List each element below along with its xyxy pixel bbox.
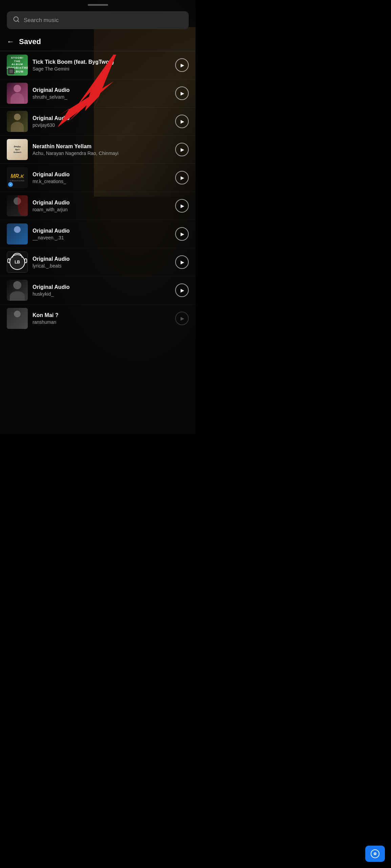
- track-title: Original Audio: [33, 256, 170, 262]
- list-item[interactable]: நிறைத்தநேரம்யெல்லாம் Nerathin Neram Yell…: [0, 136, 196, 164]
- list-item[interactable]: LB Original Audio lyrical._.beats ▶: [0, 248, 196, 276]
- list-item[interactable]: Original Audio huskykid_ ▶: [0, 276, 196, 304]
- track-artist: __naveen._.31: [33, 235, 170, 240]
- search-placeholder-text: Search music: [24, 17, 59, 24]
- page-title: Saved: [19, 37, 41, 46]
- play-button[interactable]: ▶: [175, 199, 189, 213]
- track-info: Original Audio roam_with_arjun: [33, 200, 170, 212]
- track-thumbnail: நிறைத்தநேரம்யெல்லாம்: [7, 139, 28, 160]
- track-title: Original Audio: [33, 115, 170, 121]
- track-info: Kon Mai ? ranshuman: [33, 312, 170, 325]
- play-button[interactable]: ▶: [175, 227, 189, 241]
- play-icon: ▶: [181, 175, 184, 180]
- play-icon: ▶: [181, 203, 184, 209]
- play-button[interactable]: ▶: [175, 115, 189, 128]
- play-button[interactable]: ▶: [175, 312, 189, 325]
- list-item[interactable]: MR.K CREATIONS ✓ Original Audio mr.k_cre…: [0, 164, 196, 192]
- track-thumbnail: [7, 308, 28, 329]
- play-button[interactable]: ▶: [175, 255, 189, 269]
- play-button[interactable]: ▶: [175, 171, 189, 184]
- track-info: Original Audio shruthi_selvam_: [33, 87, 170, 100]
- play-icon: ▶: [181, 62, 184, 68]
- track-thumbnail: [7, 280, 28, 301]
- play-icon: ▶: [181, 316, 184, 321]
- track-thumbnail: MR.K CREATIONS ✓: [7, 167, 28, 188]
- drag-handle-bar: [88, 4, 108, 6]
- track-info: Original Audio pcvijay630: [33, 115, 170, 128]
- track-artist: shruthi_selvam_: [33, 94, 170, 100]
- track-info: Original Audio lyrical._.beats: [33, 256, 170, 269]
- drag-handle[interactable]: [0, 0, 196, 8]
- track-thumbnail: [7, 195, 28, 216]
- play-icon: ▶: [181, 231, 184, 237]
- track-title: Nerathin Neram Yellam: [33, 143, 170, 150]
- track-artist: pcvijay630: [33, 122, 170, 128]
- list-item[interactable]: Original Audio shruthi_selvam_ ▶: [0, 79, 196, 107]
- music-list: STOOB!THE ALBUM Tick Tick Boom (feat. By…: [0, 51, 196, 332]
- track-artist: roam_with_arjun: [33, 207, 170, 212]
- main-content: Search music ← Saved: [0, 0, 196, 332]
- svg-line-1: [18, 21, 19, 22]
- play-icon: ▶: [181, 119, 184, 124]
- list-item[interactable]: Original Audio pcvijay630 ▶: [0, 107, 196, 136]
- track-thumbnail: STOOB!THE ALBUM: [7, 55, 28, 76]
- track-title: Original Audio: [33, 172, 170, 178]
- track-title: Original Audio: [33, 200, 170, 206]
- saved-header: ← Saved: [0, 35, 196, 51]
- track-info: Original Audio mr.k_creations_: [33, 172, 170, 184]
- track-info: Nerathin Neram Yellam Achu, Narayan Nage…: [33, 143, 170, 156]
- track-artist: Sage The Gemini: [33, 66, 170, 72]
- track-thumbnail: LB: [7, 252, 28, 273]
- track-info: Original Audio huskykid_: [33, 284, 170, 297]
- track-artist: Achu, Narayan Nagendra Rao, Chinmayi: [33, 151, 170, 156]
- search-container: Search music: [0, 8, 196, 35]
- search-bar[interactable]: Search music: [7, 11, 189, 29]
- search-icon: [13, 16, 20, 24]
- track-title: Kon Mai ?: [33, 312, 170, 318]
- track-title: Original Audio: [33, 228, 170, 234]
- play-icon: ▶: [181, 288, 184, 293]
- list-item[interactable]: Original Audio __naveen._.31 ▶: [0, 220, 196, 248]
- play-icon: ▶: [181, 91, 184, 96]
- phone-container: Search music ← Saved: [0, 0, 196, 434]
- track-thumbnail: [7, 223, 28, 244]
- list-item[interactable]: Kon Mai ? ranshuman ▶: [0, 304, 196, 332]
- track-artist: mr.k_creations_: [33, 179, 170, 184]
- track-artist: huskykid_: [33, 291, 170, 297]
- track-title: Tick Tick Boom (feat. BygTwo3): [33, 59, 170, 65]
- track-info: Original Audio __naveen._.31: [33, 228, 170, 240]
- list-item[interactable]: STOOB!THE ALBUM Tick Tick Boom (feat. By…: [0, 51, 196, 79]
- back-button[interactable]: ←: [7, 37, 14, 46]
- track-title: Original Audio: [33, 87, 170, 93]
- track-info: Tick Tick Boom (feat. BygTwo3) Sage The …: [33, 59, 170, 72]
- track-thumbnail: [7, 111, 28, 132]
- play-button[interactable]: ▶: [175, 283, 189, 297]
- play-button[interactable]: ▶: [175, 143, 189, 156]
- play-button[interactable]: ▶: [175, 58, 189, 72]
- play-button[interactable]: ▶: [175, 86, 189, 100]
- track-title: Original Audio: [33, 284, 170, 290]
- track-thumbnail: [7, 83, 28, 104]
- track-artist: ranshuman: [33, 319, 170, 325]
- play-icon: ▶: [181, 147, 184, 152]
- list-item[interactable]: Original Audio roam_with_arjun ▶: [0, 192, 196, 220]
- track-artist: lyrical._.beats: [33, 263, 170, 269]
- play-icon: ▶: [181, 259, 184, 265]
